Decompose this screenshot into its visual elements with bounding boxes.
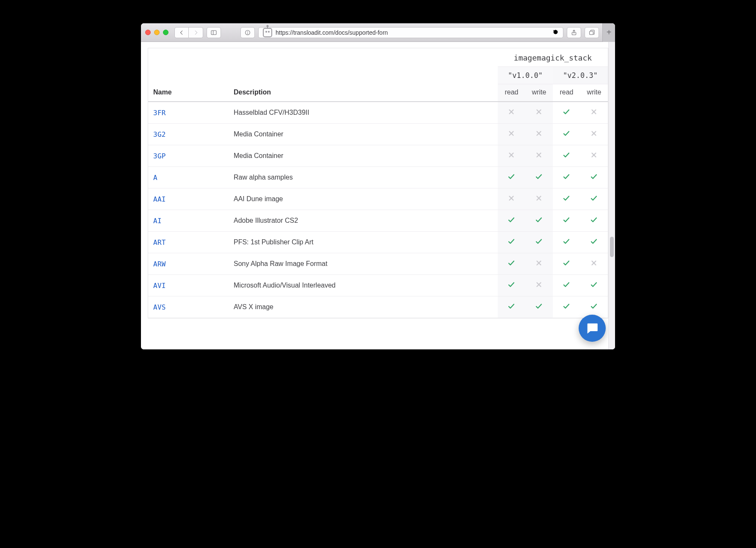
check-icon <box>563 153 570 160</box>
cross-icon <box>535 261 543 268</box>
v2-read-cell <box>553 232 580 253</box>
v1-read-cell <box>498 167 525 188</box>
format-link[interactable]: ART <box>153 238 166 246</box>
format-link[interactable]: ARW <box>153 260 166 268</box>
check-icon <box>535 239 543 246</box>
svg-rect-6 <box>590 31 593 34</box>
check-icon <box>563 239 570 246</box>
format-name-cell: A <box>148 167 229 188</box>
check-icon <box>563 196 570 203</box>
v1-read-cell <box>498 102 525 124</box>
v2-read-cell <box>553 145 580 167</box>
v2-read-cell <box>553 275 580 296</box>
format-link[interactable]: AI <box>153 217 162 225</box>
check-icon <box>563 131 570 138</box>
traffic-lights <box>145 30 168 35</box>
col-desc: Description <box>229 84 498 102</box>
format-desc-cell: Media Container <box>229 124 498 145</box>
table-row: 3FRHasselblad CFV/H3D39II <box>148 102 608 124</box>
check-icon <box>563 282 570 290</box>
svg-point-4 <box>248 33 248 34</box>
format-name-cell: 3GP <box>148 145 229 167</box>
format-desc-cell: Sony Alpha Raw Image Format <box>229 253 498 275</box>
cross-icon <box>535 196 543 203</box>
site-settings-button[interactable] <box>240 27 255 38</box>
v1-read-cell <box>498 145 525 167</box>
format-desc-cell: Hasselblad CFV/H3D39II <box>229 102 498 124</box>
v2-read-cell <box>553 188 580 210</box>
format-desc-cell: Microsoft Audio/Visual Interleaved <box>229 275 498 296</box>
close-window-button[interactable] <box>145 30 151 35</box>
page-content[interactable]: imagemagick_stack "v1.0.0" "v2.0.3" Name… <box>141 42 615 349</box>
window-scrollbar[interactable] <box>608 42 615 349</box>
cross-icon <box>508 153 515 160</box>
forward-button[interactable] <box>189 27 203 38</box>
version-1-header: "v1.0.0" <box>498 67 553 84</box>
check-icon <box>590 304 598 311</box>
v1-read-cell <box>498 188 525 210</box>
cross-icon <box>535 131 543 138</box>
format-link[interactable]: A <box>153 174 157 182</box>
back-button[interactable] <box>174 27 189 38</box>
minimize-window-button[interactable] <box>154 30 160 35</box>
cross-icon <box>508 131 515 138</box>
v2-write-cell <box>580 167 608 188</box>
col-v2-read: read <box>553 84 580 102</box>
check-icon <box>535 218 543 225</box>
v2-write-cell <box>580 275 608 296</box>
format-link[interactable]: 3GP <box>153 152 166 160</box>
v1-write-cell <box>525 232 553 253</box>
format-link[interactable]: 3FR <box>153 109 166 117</box>
table-row: AIAdobe Illustrator CS2 <box>148 210 608 232</box>
v1-write-cell <box>525 253 553 275</box>
format-name-cell: ART <box>148 232 229 253</box>
format-desc-cell: Raw alpha samples <box>229 167 498 188</box>
table-row: ARWSony Alpha Raw Image Format <box>148 253 608 275</box>
v2-write-cell <box>580 145 608 167</box>
url-text: https://transloadit.com/docs/supported-f… <box>276 29 549 36</box>
format-link[interactable]: AVS <box>153 303 166 311</box>
format-link[interactable]: AAI <box>153 195 166 203</box>
zoom-window-button[interactable] <box>163 30 168 35</box>
cross-icon <box>590 261 598 268</box>
check-icon <box>508 174 515 182</box>
v1-write-cell <box>525 167 553 188</box>
cross-icon <box>590 131 598 138</box>
col-v1-read: read <box>498 84 525 102</box>
check-icon <box>563 261 570 268</box>
sidebar-toggle-button[interactable] <box>207 27 221 38</box>
reload-icon[interactable] <box>552 29 559 36</box>
v2-read-cell <box>553 253 580 275</box>
address-bar[interactable]: https://transloadit.com/docs/supported-f… <box>258 27 563 38</box>
format-name-cell: AVI <box>148 275 229 296</box>
cross-icon <box>508 196 515 203</box>
v2-write-cell <box>580 102 608 124</box>
table-row: ARaw alpha samples <box>148 167 608 188</box>
format-link[interactable]: 3G2 <box>153 130 166 138</box>
new-tab-button[interactable]: + <box>602 23 615 42</box>
format-name-cell: 3FR <box>148 102 229 124</box>
check-icon <box>563 218 570 225</box>
format-link[interactable]: AVI <box>153 282 166 290</box>
format-name-cell: ARW <box>148 253 229 275</box>
tabs-button[interactable] <box>585 27 599 38</box>
v1-read-cell <box>498 253 525 275</box>
v1-write-cell <box>525 124 553 145</box>
table-row: AVSAVS X image <box>148 296 608 318</box>
browser-window: https://transloadit.com/docs/supported-f… <box>141 23 615 349</box>
check-icon <box>590 239 598 246</box>
v1-read-cell <box>498 275 525 296</box>
format-desc-cell: PFS: 1st Publisher Clip Art <box>229 232 498 253</box>
v1-read-cell <box>498 296 525 318</box>
check-icon <box>535 304 543 311</box>
v2-read-cell <box>553 124 580 145</box>
chat-launcher-button[interactable] <box>579 315 606 342</box>
share-button[interactable] <box>567 27 581 38</box>
cross-icon <box>535 282 543 290</box>
scrollbar-thumb[interactable] <box>610 237 614 257</box>
formats-table: imagemagick_stack "v1.0.0" "v2.0.3" Name… <box>148 48 608 318</box>
v1-write-cell <box>525 296 553 318</box>
table-row: 3G2Media Container <box>148 124 608 145</box>
table-row: AAIAAI Dune image <box>148 188 608 210</box>
check-icon <box>508 239 515 246</box>
